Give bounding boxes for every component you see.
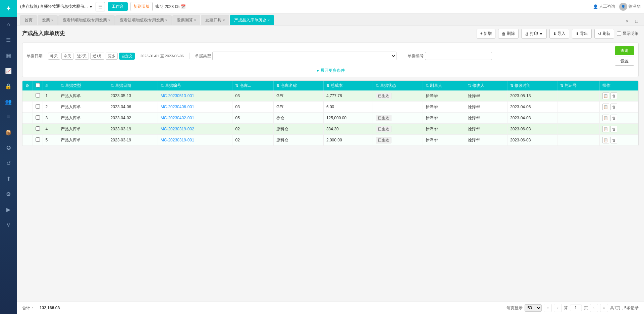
date-btn-more[interactable]: 更多 xyxy=(106,53,118,60)
row-checkbox[interactable] xyxy=(36,104,40,109)
row-edit-button[interactable]: 📋 xyxy=(602,137,609,143)
th-checkbox[interactable] xyxy=(33,81,43,90)
th-doc-type[interactable]: ⇅ 单据类型 xyxy=(58,81,108,90)
date-btn-7days[interactable]: 近7天 xyxy=(75,53,89,60)
th-total-cost[interactable]: ⇅ 总成本 xyxy=(323,81,373,90)
set-button[interactable]: 设置 xyxy=(615,57,634,66)
user-menu[interactable]: 👤 徐泽华 xyxy=(619,3,641,11)
sidebar-item-home[interactable]: ⌂ xyxy=(0,17,17,32)
doc-no-link[interactable]: MC-20230402-001 xyxy=(161,116,194,120)
sidebar-item-video[interactable]: ▶ xyxy=(0,202,17,217)
th-warehouse-code[interactable]: ⇅ 仓库... xyxy=(232,81,273,90)
select-all-checkbox[interactable] xyxy=(36,83,40,87)
row-edit-button[interactable]: 📋 xyxy=(602,104,609,110)
th-voucher-no[interactable]: ⇅ 凭证号 xyxy=(557,81,600,90)
row-checkbox[interactable] xyxy=(36,93,40,98)
row-edit-button[interactable]: 📋 xyxy=(602,115,609,121)
print-icon: 🖨 xyxy=(525,32,529,36)
prev-page-button[interactable]: ‹ xyxy=(554,304,562,312)
row-checkbox[interactable] xyxy=(36,137,40,142)
doc-type-select[interactable] xyxy=(212,52,397,60)
tab-invoice[interactable]: 发票 × xyxy=(38,15,58,25)
doc-button[interactable]: ☰ xyxy=(96,2,105,11)
sidebar-item-lock[interactable]: 🔒 xyxy=(0,78,17,94)
tab-invoice-calc-close[interactable]: × xyxy=(194,18,196,22)
maximize-window-button[interactable]: □ xyxy=(633,17,641,25)
tab-product-in-close[interactable]: × xyxy=(268,18,270,22)
td-total-cost: 2,000.00 xyxy=(323,135,373,146)
sidebar-item-stamp[interactable]: ✪ xyxy=(0,140,17,155)
row-delete-button[interactable]: 🗑 xyxy=(610,104,617,110)
first-page-button[interactable]: « xyxy=(544,304,552,312)
sidebar-item-analytics[interactable]: 📈 xyxy=(0,63,17,78)
row-checkbox[interactable] xyxy=(36,115,40,120)
refresh-button[interactable]: ↺ 刷新 xyxy=(594,29,614,39)
tab-sales-vat-close[interactable]: × xyxy=(108,18,110,22)
sidebar-item-upload[interactable]: ⬆ xyxy=(0,171,17,186)
sidebar-item-v[interactable]: V xyxy=(0,217,17,233)
switch-old-btn[interactable]: 切到旧版 xyxy=(130,2,153,11)
date-btn-today[interactable]: 今天 xyxy=(61,53,73,60)
sidebar-item-list[interactable]: ≡ xyxy=(0,109,17,125)
row-delete-button[interactable]: 🗑 xyxy=(610,137,617,143)
show-detail-checkbox[interactable] xyxy=(617,32,621,36)
help-link[interactable]: 👤 人工咨询 xyxy=(593,4,615,9)
th-doc-date[interactable]: ⇅ 单据日期 xyxy=(108,81,158,90)
print-button[interactable]: 🖨 打印 ▼ xyxy=(521,29,547,39)
tab-invoice-open[interactable]: 发票开具 × xyxy=(201,15,229,25)
doc-no-link[interactable]: MC-20230319-001 xyxy=(161,138,194,142)
sidebar-item-settings[interactable]: ⚙ xyxy=(0,186,17,202)
th-doc-status[interactable]: ⇅ 单据状态 xyxy=(373,81,423,90)
delete-button[interactable]: 🗑 删除 xyxy=(498,29,519,39)
sidebar-item-inventory[interactable]: 📦 xyxy=(0,125,17,140)
row-actions: 📋 🗑 xyxy=(602,126,636,132)
td-doc-date: 2023-03-19 xyxy=(108,135,158,146)
th-warehouse-name[interactable]: ⇅ 仓库名称 xyxy=(273,81,323,90)
row-delete-button[interactable]: 🗑 xyxy=(610,115,617,121)
filter-expand[interactable]: ▼ 展开更多条件 xyxy=(26,68,634,73)
tab-invoice-close[interactable]: × xyxy=(51,18,53,22)
th-doc-no[interactable]: ⇅ 单据编号 xyxy=(158,81,232,90)
row-delete-button[interactable]: 🗑 xyxy=(610,126,617,132)
tab-product-in[interactable]: 产成品入库单历史 × xyxy=(230,15,274,25)
tab-home[interactable]: 首页 xyxy=(20,15,37,25)
current-page-input[interactable] xyxy=(570,305,582,311)
doc-no-link[interactable]: MC-20230406-001 xyxy=(161,105,194,109)
th-modifier[interactable]: ⇅ 修改人 xyxy=(465,81,507,90)
row-edit-button[interactable]: 📋 xyxy=(602,92,609,99)
app-logo[interactable]: ✦ xyxy=(0,0,17,17)
tab-invoice-open-close[interactable]: × xyxy=(223,18,225,22)
th-modify-time[interactable]: ⇅ 修改时间 xyxy=(507,81,557,90)
row-checkbox[interactable] xyxy=(36,126,40,131)
doc-no-link[interactable]: MC-20230513-001 xyxy=(161,93,194,98)
th-creator[interactable]: ⇅ 制单人 xyxy=(423,81,465,90)
doc-no-input[interactable] xyxy=(425,52,492,60)
sidebar-item-doc[interactable]: ☰ xyxy=(0,32,17,48)
date-btn-yesterday[interactable]: 昨天 xyxy=(48,53,60,60)
tab-purchase-vat[interactable]: 查看进项增值税专用发票 × xyxy=(115,15,172,25)
page-size-select[interactable]: 50 100 200 xyxy=(525,304,542,312)
sidebar-item-users[interactable]: 👥 xyxy=(0,94,17,109)
tab-sales-vat[interactable]: 查看销项增值税专用发票 × xyxy=(58,15,115,25)
import-button[interactable]: ⬇ 导入 xyxy=(549,29,569,39)
tab-invoice-calc[interactable]: 发票测算 × xyxy=(172,15,201,25)
row-delete-button[interactable]: 🗑 xyxy=(610,92,617,99)
date-btn-1month[interactable]: 近1月 xyxy=(90,53,104,60)
company-selector[interactable]: (库存核算) 直播轻犊通信息技术股份... ▼ xyxy=(20,4,93,9)
date-btn-custom[interactable]: 自定义 xyxy=(119,53,135,60)
close-window-button[interactable]: × xyxy=(623,17,631,25)
workbench-button[interactable]: 工作台 xyxy=(108,2,128,11)
tab-purchase-vat-close[interactable]: × xyxy=(165,18,167,22)
doc-type-label: 单据类型 xyxy=(195,53,211,59)
last-page-button[interactable]: » xyxy=(600,304,608,312)
sidebar-item-refresh[interactable]: ↺ xyxy=(0,155,17,171)
row-edit-button[interactable]: 📋 xyxy=(602,126,609,132)
export-button[interactable]: ⬆ 导出 xyxy=(572,29,592,39)
th-settings[interactable]: ⚙ xyxy=(22,81,33,90)
sidebar-item-chart[interactable]: ▦ xyxy=(0,48,17,63)
query-button[interactable]: 查询 xyxy=(615,46,634,55)
new-button[interactable]: + 新增 xyxy=(477,29,495,39)
doc-no-link[interactable]: MC-20230319-002 xyxy=(161,127,194,131)
td-modifier: 徐泽华 xyxy=(465,102,507,113)
next-page-button[interactable]: › xyxy=(590,304,598,312)
